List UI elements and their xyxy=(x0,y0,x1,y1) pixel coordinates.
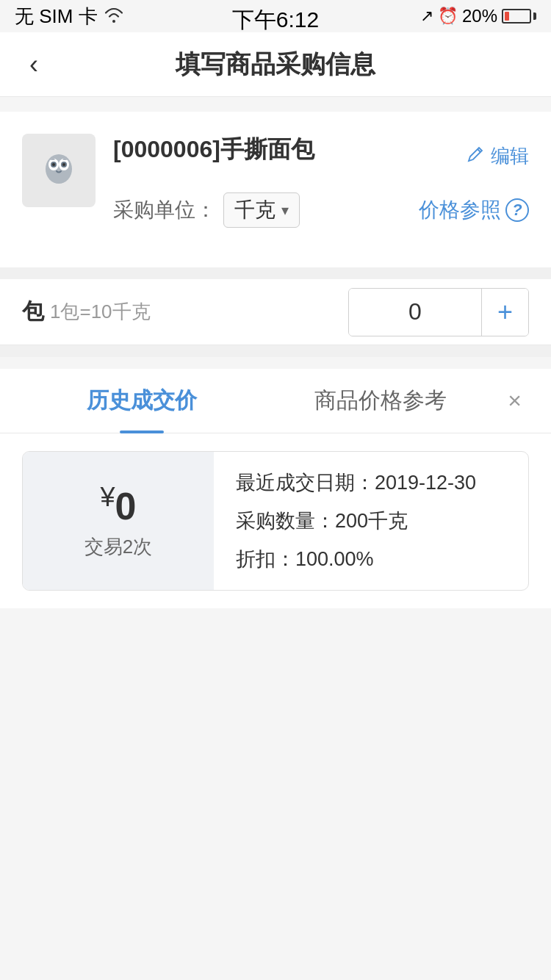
tab-header: 历史成交价 商品价格参考 × xyxy=(0,369,551,433)
discount-label: 折扣： xyxy=(236,548,295,570)
section-divider xyxy=(0,267,551,279)
recent-date-row: 最近成交日期：2019-12-30 xyxy=(236,469,506,496)
tab-panel: 历史成交价 商品价格参考 × ¥0 交易2次 最近成交日期：2019-12-30… xyxy=(0,369,551,608)
quantity-unit-hint: 1包=10千克 xyxy=(50,299,348,325)
carrier-label: 无 SIM 卡 xyxy=(15,4,98,29)
history-trades-count: 交易2次 xyxy=(84,534,152,560)
wifi-icon xyxy=(104,5,124,28)
unit-dropdown-arrow: ▾ xyxy=(281,201,289,219)
price-ref-help-icon: ? xyxy=(505,198,529,222)
quantity-input[interactable] xyxy=(349,289,481,336)
quantity-plus-button[interactable]: + xyxy=(481,289,528,336)
product-card: [0000006]手撕面包 编辑 采购单位： 千克 ▾ xyxy=(0,112,551,267)
tab-close-button[interactable]: × xyxy=(500,380,529,422)
status-bar: 无 SIM 卡 下午6:12 ↗ ⏰ 20% xyxy=(0,0,551,32)
price-symbol: ¥ xyxy=(101,482,115,512)
history-detail-area: 最近成交日期：2019-12-30 采购数量：200千克 折扣：100.00% xyxy=(214,452,528,590)
svg-point-0 xyxy=(46,154,72,184)
battery-percent: 20% xyxy=(462,6,497,26)
tab-product-price-ref[interactable]: 商品价格参考 xyxy=(262,369,501,433)
price-ref-button[interactable]: 价格参照 ? xyxy=(419,196,529,224)
history-price-value: ¥0 xyxy=(101,482,137,528)
alarm-icon: ⏰ xyxy=(438,7,458,26)
purchase-qty-label: 采购数量： xyxy=(236,510,335,532)
back-button[interactable]: ‹ xyxy=(22,42,46,87)
price-ref-label: 价格参照 xyxy=(419,196,501,224)
quantity-row: 包 1包=10千克 + xyxy=(0,279,551,345)
status-left: 无 SIM 卡 xyxy=(15,4,124,29)
history-card: ¥0 交易2次 最近成交日期：2019-12-30 采购数量：200千克 折扣：… xyxy=(22,451,529,591)
product-name: [0000006]手撕面包 xyxy=(113,134,314,166)
svg-point-5 xyxy=(52,163,55,166)
purchase-qty-row: 采购数量：200千克 xyxy=(236,508,506,534)
bottom-space xyxy=(0,608,551,980)
edit-button[interactable]: 编辑 xyxy=(466,143,529,169)
quantity-input-area: + xyxy=(348,288,529,336)
product-icon xyxy=(37,145,81,196)
product-info: [0000006]手撕面包 编辑 采购单位： 千克 ▾ xyxy=(113,134,529,228)
product-header: [0000006]手撕面包 编辑 采购单位： 千克 ▾ xyxy=(22,134,529,228)
product-unit-row: 采购单位： 千克 ▾ 价格参照 ? xyxy=(113,192,529,228)
product-thumbnail xyxy=(22,134,96,207)
history-section: ¥0 交易2次 最近成交日期：2019-12-30 采购数量：200千克 折扣：… xyxy=(0,433,551,608)
battery-indicator xyxy=(502,9,536,24)
recent-date-label: 最近成交日期： xyxy=(236,472,375,494)
nav-bar: ‹ 填写商品采购信息 xyxy=(0,32,551,97)
tab-history-price[interactable]: 历史成交价 xyxy=(22,369,262,433)
location-icon: ↗ xyxy=(420,7,433,26)
quantity-unit-label: 包 xyxy=(22,297,44,327)
purchase-qty-value: 200千克 xyxy=(335,510,408,532)
section-divider-2 xyxy=(0,345,551,357)
unit-value: 千克 xyxy=(234,196,276,224)
page-title: 填写商品采购信息 xyxy=(176,48,375,82)
svg-point-6 xyxy=(62,163,65,166)
history-price-area: ¥0 交易2次 xyxy=(23,452,214,590)
unit-select[interactable]: 千克 ▾ xyxy=(223,192,300,228)
unit-label: 采购单位： xyxy=(113,196,216,224)
discount-value: 100.00% xyxy=(295,548,374,570)
status-time: 下午6:12 xyxy=(232,5,319,35)
discount-row: 折扣：100.00% xyxy=(236,546,506,572)
recent-date-value: 2019-12-30 xyxy=(375,472,476,494)
status-right: ↗ ⏰ 20% xyxy=(420,6,536,26)
